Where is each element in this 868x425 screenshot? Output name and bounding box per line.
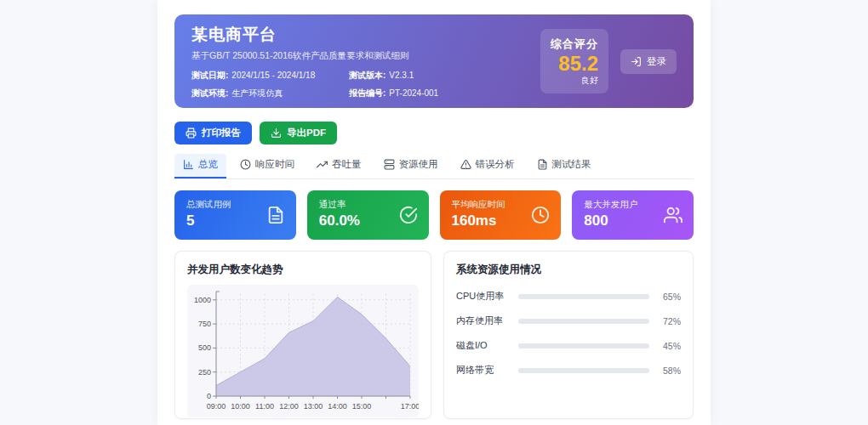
- tab-label: 错误分析: [476, 158, 515, 171]
- tab-response-time[interactable]: 响应时间: [231, 154, 303, 178]
- svg-text:13:00: 13:00: [304, 402, 323, 411]
- overall-score-value: 85.2: [551, 52, 598, 76]
- stat-card-avg-response: 平均响应时间160ms: [440, 190, 562, 240]
- report-tab-bar: 总览响应时间吞吐量资源使用错误分析测试结果: [174, 154, 694, 179]
- login-icon: [631, 56, 642, 67]
- concurrent-users-chart: 0250500750100009:0010:0011:0012:0013:001…: [187, 287, 419, 415]
- tab-label: 吞吐量: [332, 158, 362, 171]
- resource-progress-track: [518, 343, 649, 348]
- alert-triangle-icon: [460, 159, 471, 170]
- resource-rows: CPU使用率65%内存使用率72%磁盘I/O45%网络带宽58%: [456, 290, 681, 377]
- meta-label: 测试日期:: [191, 71, 228, 80]
- svg-text:250: 250: [198, 368, 211, 377]
- detail-cards-row: 并发用户数变化趋势 0250500750100009:0010:0011:001…: [174, 251, 694, 419]
- meta-value: 生产环境仿真: [231, 88, 283, 98]
- svg-text:10:00: 10:00: [231, 402, 250, 411]
- check-circle-icon: [399, 206, 418, 224]
- meta-value: PT-2024-001: [389, 88, 438, 98]
- overall-score-box: 综合评分 85.2 良好: [540, 29, 608, 94]
- resource-row-memory: 内存使用率72%: [456, 314, 681, 327]
- page-title: 某电商平台: [191, 24, 438, 46]
- file-text-icon: [537, 159, 548, 170]
- stat-card-max-concurrency: 最大并发用户800: [572, 190, 694, 240]
- file-text-icon: [266, 206, 285, 224]
- tab-resource-usage[interactable]: 资源使用: [375, 154, 447, 178]
- svg-text:750: 750: [198, 320, 211, 328]
- resource-percent: 72%: [657, 316, 681, 326]
- svg-text:09:00: 09:00: [207, 402, 226, 411]
- resources-card-title: 系统资源使用情况: [456, 263, 681, 277]
- report-header-card: 某电商平台 基于GB/T 25000.51-2016软件产品质量要求和测试细则 …: [174, 14, 694, 108]
- meta-value: 2024/1/15 - 2024/1/18: [231, 71, 315, 80]
- chart-card-title: 并发用户数变化趋势: [187, 263, 419, 277]
- clock-icon: [531, 206, 550, 224]
- svg-text:500: 500: [198, 343, 211, 352]
- meta-label: 测试版本:: [349, 71, 385, 80]
- svg-text:14:00: 14:00: [328, 402, 347, 411]
- printer-icon: [186, 128, 197, 139]
- meta-label: 测试环境:: [191, 88, 228, 98]
- resource-label: 网络带宽: [456, 364, 511, 377]
- svg-text:17:00: 17:00: [401, 402, 419, 411]
- overall-score-grade: 良好: [551, 75, 598, 87]
- resource-row-network: 网络带宽58%: [456, 364, 681, 377]
- svg-text:15:00: 15:00: [352, 402, 372, 411]
- tab-overview[interactable]: 总览: [174, 154, 226, 178]
- login-button-label: 登录: [647, 55, 666, 68]
- resource-label: 内存使用率: [456, 314, 511, 327]
- tab-label: 测试结果: [552, 158, 591, 171]
- trending-up-icon: [317, 159, 328, 170]
- svg-text:0: 0: [207, 392, 211, 400]
- report-meta-item: 测试版本:V2.3.1: [349, 70, 438, 82]
- resource-progress-track: [518, 319, 649, 324]
- resource-percent: 58%: [657, 366, 681, 376]
- clock-icon: [240, 159, 251, 170]
- bar-chart-icon: [183, 159, 194, 170]
- resource-progress-track: [518, 294, 649, 299]
- report-meta: 测试日期:2024/1/15 - 2024/1/18测试版本:V2.3.1测试环…: [191, 70, 438, 99]
- print-report-button[interactable]: 打印报告: [174, 122, 252, 144]
- resource-progress-track: [518, 368, 649, 373]
- report-meta-item: 报告编号:PT-2024-001: [349, 88, 438, 99]
- stat-card-total-cases: 总测试用例5: [174, 190, 296, 240]
- resource-label: 磁盘I/O: [456, 339, 511, 352]
- resource-row-cpu: CPU使用率65%: [456, 290, 681, 303]
- login-button[interactable]: 登录: [620, 49, 677, 74]
- print-report-label: 打印报告: [202, 127, 241, 139]
- report-meta-item: 测试环境:生产环境仿真: [191, 88, 349, 99]
- chart-plot-area: 0250500750100009:0010:0011:0012:0013:001…: [187, 285, 419, 417]
- page-subtitle: 基于GB/T 25000.51-2016软件产品质量要求和测试细则: [191, 50, 438, 62]
- meta-label: 报告编号:: [349, 88, 385, 98]
- download-icon: [271, 128, 282, 139]
- stat-cards-row: 总测试用例5通过率60.0%平均响应时间160ms最大并发用户800: [174, 190, 694, 240]
- server-icon: [384, 159, 395, 170]
- meta-value: V2.3.1: [389, 71, 414, 80]
- tab-error-analysis[interactable]: 错误分析: [452, 154, 523, 178]
- svg-text:11:00: 11:00: [255, 402, 274, 411]
- system-resources-card: 系统资源使用情况 CPU使用率65%内存使用率72%磁盘I/O45%网络带宽58…: [443, 251, 694, 419]
- resource-percent: 45%: [657, 341, 681, 351]
- resource-label: CPU使用率: [456, 290, 511, 303]
- resource-percent: 65%: [657, 292, 681, 302]
- concurrent-users-card: 并发用户数变化趋势 0250500750100009:0010:0011:001…: [174, 251, 431, 419]
- svg-text:1000: 1000: [194, 296, 211, 304]
- report-actions: 打印报告 导出PDF: [174, 122, 694, 144]
- report-header-info: 某电商平台 基于GB/T 25000.51-2016软件产品质量要求和测试细则 …: [191, 24, 438, 99]
- tab-test-results[interactable]: 测试结果: [528, 154, 600, 178]
- tab-throughput[interactable]: 吞吐量: [308, 154, 370, 178]
- overall-score-label: 综合评分: [551, 37, 598, 52]
- tab-label: 总览: [198, 158, 218, 171]
- report-meta-item: 测试日期:2024/1/15 - 2024/1/18: [191, 70, 349, 82]
- users-icon: [664, 206, 682, 224]
- report-panel: 某电商平台 基于GB/T 25000.51-2016软件产品质量要求和测试细则 …: [157, 0, 711, 425]
- tab-label: 响应时间: [255, 158, 294, 171]
- export-pdf-label: 导出PDF: [287, 127, 326, 139]
- resource-row-disk: 磁盘I/O45%: [456, 339, 681, 352]
- report-header-right: 综合评分 85.2 良好 登录: [540, 29, 677, 94]
- svg-text:12:00: 12:00: [279, 402, 299, 411]
- stat-card-pass-rate: 通过率60.0%: [307, 190, 429, 240]
- tab-label: 资源使用: [399, 158, 438, 171]
- export-pdf-button[interactable]: 导出PDF: [260, 122, 337, 144]
